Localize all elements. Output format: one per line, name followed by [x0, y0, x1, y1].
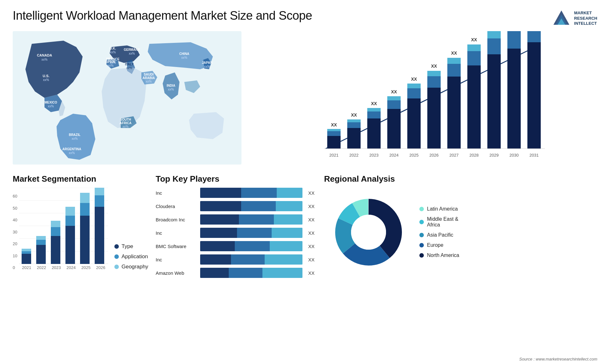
type-dot — [114, 244, 119, 249]
svg-rect-100 — [22, 251, 31, 254]
svg-text:SOUTH: SOUTH — [120, 118, 131, 121]
regional-legend-north-america: North America — [419, 253, 459, 258]
svg-text:2023: 2023 — [369, 153, 379, 158]
svg-text:2031: 2031 — [530, 153, 539, 158]
page-title: Intelligent Workload Management Market S… — [13, 9, 312, 23]
middle-east-dot — [419, 220, 424, 224]
svg-point-122 — [351, 215, 386, 250]
svg-rect-48 — [367, 118, 381, 149]
svg-text:xx%: xx% — [204, 65, 210, 68]
player-xx-2: XX — [308, 204, 315, 209]
seg-x-label: 2026 — [96, 265, 105, 270]
player-row: Cloudera XX — [156, 201, 315, 211]
players-container: Top Key Players Inc XX Cloudera XX Broad… — [156, 174, 315, 358]
svg-rect-38 — [327, 136, 341, 149]
svg-text:xx%: xx% — [129, 52, 135, 55]
legend-item-geography: Geography — [114, 264, 148, 270]
svg-rect-43 — [347, 128, 361, 149]
svg-rect-39 — [327, 131, 341, 136]
svg-rect-58 — [407, 98, 421, 149]
svg-text:XX: XX — [371, 101, 377, 106]
svg-text:xx%: xx% — [168, 88, 174, 91]
europe-label: Europe — [427, 242, 444, 248]
legend-label-geography: Geography — [121, 264, 148, 270]
seg-y-label: 60 — [13, 194, 17, 199]
svg-text:2021: 2021 — [329, 153, 339, 158]
svg-rect-75 — [467, 44, 481, 51]
world-map: CANADA xx% U.S. xx% MEXICO xx% BRAZIL xx… — [13, 31, 241, 165]
svg-rect-78 — [487, 54, 501, 149]
svg-rect-44 — [347, 122, 361, 128]
svg-rect-116 — [95, 188, 104, 195]
svg-text:xx%: xx% — [43, 78, 49, 82]
svg-rect-70 — [447, 58, 461, 64]
svg-rect-112 — [80, 203, 90, 216]
logo-icon — [552, 9, 571, 28]
player-bar-5 — [200, 241, 302, 251]
player-xx-1: XX — [308, 190, 315, 196]
svg-rect-65 — [427, 71, 441, 76]
middle-east-label: Middle East &Africa — [427, 216, 458, 228]
segmentation-chart-area: 60 50 40 30 20 10 0 — [13, 188, 146, 270]
svg-rect-110 — [65, 207, 75, 216]
svg-text:U.K.: U.K. — [110, 47, 116, 50]
seg-y-label: 40 — [13, 218, 17, 222]
svg-text:XX: XX — [411, 77, 417, 82]
svg-text:ARABIA: ARABIA — [143, 76, 155, 80]
svg-rect-108 — [65, 226, 75, 264]
svg-text:INDIA: INDIA — [166, 84, 175, 87]
svg-rect-74 — [467, 51, 481, 65]
svg-text:2022: 2022 — [349, 153, 359, 158]
segmentation-legend: Type Application Geography — [114, 243, 148, 270]
legend-item-type: Type — [114, 243, 148, 250]
svg-text:XX: XX — [451, 51, 457, 56]
svg-text:xx%: xx% — [123, 125, 129, 128]
player-row: Inc XX — [156, 188, 315, 198]
player-xx-4: XX — [308, 230, 315, 236]
svg-text:XX: XX — [391, 89, 397, 94]
svg-rect-101 — [22, 249, 31, 251]
player-name-2: Cloudera — [156, 204, 197, 209]
seg-y-label: 10 — [13, 253, 17, 258]
svg-rect-102 — [36, 245, 46, 264]
svg-text:U.S.: U.S. — [43, 74, 49, 78]
svg-rect-111 — [80, 216, 90, 264]
svg-text:2030: 2030 — [510, 153, 519, 158]
bar-chart-container: XX 2021 XX 2022 XX 2023 XX 2024 XX — [251, 31, 597, 165]
svg-text:BRAZIL: BRAZIL — [69, 133, 81, 137]
regional-legend-latin-america: Latin America — [419, 206, 459, 212]
legend-label-application: Application — [121, 253, 148, 260]
regional-container: Regional Analysis — [324, 174, 597, 358]
regional-inner: Latin America Middle East &Africa Asia P… — [324, 188, 597, 277]
legend-label-type: Type — [121, 243, 133, 250]
geography-dot — [114, 265, 119, 269]
north-america-dot — [419, 253, 424, 258]
header: Intelligent Workload Management Market S… — [0, 0, 610, 31]
players-title: Top Key Players — [156, 174, 315, 184]
svg-rect-60 — [407, 84, 421, 88]
logo: MARKET RESEARCH INTELLECT — [552, 9, 597, 28]
svg-text:xx%: xx% — [69, 151, 75, 155]
svg-rect-115 — [95, 195, 104, 207]
svg-rect-54 — [387, 100, 401, 109]
svg-rect-88 — [527, 31, 541, 42]
regional-title: Regional Analysis — [324, 174, 597, 184]
player-xx-6: XX — [308, 257, 315, 262]
asia-pacific-dot — [419, 233, 424, 237]
player-xx-5: XX — [308, 244, 315, 249]
svg-rect-106 — [51, 227, 60, 236]
svg-text:2026: 2026 — [430, 153, 439, 158]
north-america-label: North America — [427, 253, 459, 258]
logo-text: MARKET RESEARCH INTELLECT — [574, 10, 597, 27]
europe-dot — [419, 243, 424, 247]
svg-text:2024: 2024 — [390, 153, 399, 158]
seg-y-label: 50 — [13, 206, 17, 211]
svg-text:SAUDI: SAUDI — [144, 73, 153, 76]
asia-pacific-label: Asia Pacific — [427, 232, 453, 238]
svg-text:xx%: xx% — [110, 51, 116, 54]
svg-rect-69 — [447, 64, 461, 77]
svg-rect-99 — [22, 254, 31, 264]
svg-text:xx%: xx% — [42, 58, 48, 61]
player-bar-2 — [200, 201, 302, 211]
player-name-5: BMC Software — [156, 244, 197, 249]
